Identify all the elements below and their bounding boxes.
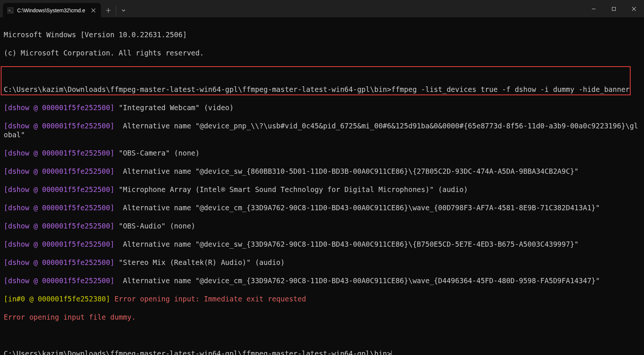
error-line-1: [in#0 @ 000001f5fe252380] Error opening … xyxy=(4,294,640,304)
tab-cmd[interactable]: >_ C:\Windows\System32\cmd.e xyxy=(3,3,101,18)
close-button[interactable] xyxy=(624,0,644,17)
device-2-alt: [dshow @ 000001f5fe252500] Alternative n… xyxy=(4,167,640,176)
prompt-path-2: C:\Users\kazim\Downloads\ffmpeg-master-l… xyxy=(4,349,391,355)
dshow-tag: [dshow @ 000001f5fe252500] xyxy=(4,276,114,285)
maximize-button[interactable] xyxy=(604,0,624,17)
tab-dropdown-button[interactable] xyxy=(116,3,131,17)
svg-rect-2 xyxy=(612,7,616,10)
minimize-button[interactable] xyxy=(584,0,604,17)
header-line-2: (c) Microsoft Corporation. All rights re… xyxy=(4,48,640,58)
device-3-alt: [dshow @ 000001f5fe252500] Alternative n… xyxy=(4,203,640,212)
dshow-tag: [dshow @ 000001f5fe252500] xyxy=(4,185,114,194)
dshow-tag: [dshow @ 000001f5fe252500] xyxy=(4,149,114,157)
device-5-name: [dshow @ 000001f5fe252500] "Stereo Mix (… xyxy=(4,258,640,267)
dshow-tag: [dshow @ 000001f5fe252500] xyxy=(4,103,114,112)
device-3-name: [dshow @ 000001f5fe252500] "Microphone A… xyxy=(4,185,640,194)
blank-line xyxy=(4,67,640,76)
device-1-alt: [dshow @ 000001f5fe252500] Alternative n… xyxy=(4,121,640,140)
terminal-window: >_ C:\Windows\System32\cmd.e Microsoft W… xyxy=(0,0,644,355)
device-4-name: [dshow @ 000001f5fe252500] "OBS-Audio" (… xyxy=(4,221,640,231)
header-line-1: Microsoft Windows [Version 10.0.22631.25… xyxy=(4,30,640,39)
new-tab-button[interactable] xyxy=(101,3,116,17)
device-1-name: [dshow @ 000001f5fe252500] "Integrated W… xyxy=(4,103,640,112)
error-line-2: Error opening input file dummy. xyxy=(4,313,640,322)
titlebar: >_ C:\Windows\System32\cmd.e xyxy=(0,0,644,18)
device-2-name: [dshow @ 000001f5fe252500] "OBS-Camera" … xyxy=(4,148,640,158)
prompt-line-2: C:\Users\kazim\Downloads\ffmpeg-master-l… xyxy=(4,349,640,355)
dshow-tag: [dshow @ 000001f5fe252500] xyxy=(4,122,114,130)
in-tag: [in#0 @ 000001f5fe252380] xyxy=(4,295,110,303)
dshow-tag: [dshow @ 000001f5fe252500] xyxy=(4,258,114,266)
svg-text:>_: >_ xyxy=(9,9,13,12)
dshow-tag: [dshow @ 000001f5fe252500] xyxy=(4,167,114,175)
cursor xyxy=(391,351,392,355)
dshow-tag: [dshow @ 000001f5fe252500] xyxy=(4,240,114,248)
device-5-alt: [dshow @ 000001f5fe252500] Alternative n… xyxy=(4,276,640,285)
prompt-command: ffmpeg -list_devices true -f dshow -i du… xyxy=(391,85,630,93)
dshow-tag: [dshow @ 000001f5fe252500] xyxy=(4,204,114,212)
titlebar-drag-region[interactable] xyxy=(131,0,584,17)
dshow-tag: [dshow @ 000001f5fe252500] xyxy=(4,222,114,230)
device-4-alt: [dshow @ 000001f5fe252500] Alternative n… xyxy=(4,240,640,249)
prompt-line-1: C:\Users\kazim\Downloads\ffmpeg-master-l… xyxy=(4,85,640,94)
cmd-icon: >_ xyxy=(7,7,13,13)
tab-title: C:\Windows\System32\cmd.e xyxy=(17,7,85,13)
prompt-path: C:\Users\kazim\Downloads\ffmpeg-master-l… xyxy=(4,85,391,93)
blank-line-2 xyxy=(4,331,640,340)
tab-close-button[interactable] xyxy=(89,6,98,15)
terminal-output[interactable]: Microsoft Windows [Version 10.0.22631.25… xyxy=(0,18,644,355)
